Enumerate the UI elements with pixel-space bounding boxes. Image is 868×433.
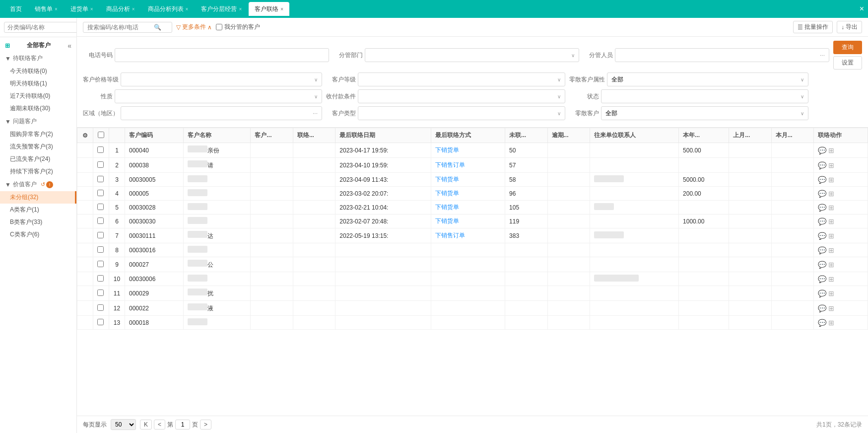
contact-way-link[interactable]: 下销货单: [435, 146, 459, 153]
row-checkbox[interactable]: [97, 217, 104, 224]
grid-action-icon[interactable]: ⊞: [828, 204, 834, 212]
contact-way-link[interactable]: 下销货单: [435, 204, 459, 211]
tab-purchase[interactable]: 进货单 ×: [65, 2, 99, 16]
message-icon[interactable]: 💬: [818, 161, 826, 169]
sidebar-item-today[interactable]: 今天待联络(0): [0, 65, 76, 77]
sidebar-item-overdue[interactable]: 逾期未联络(30): [0, 102, 76, 115]
home-tab[interactable]: 首页: [4, 5, 28, 13]
contact-way-link[interactable]: 下销货单: [435, 190, 459, 197]
more-conditions-button[interactable]: ▽ 更多条件 ∧: [176, 23, 212, 31]
filter-region-select[interactable]: ···: [121, 106, 322, 120]
row-checkbox[interactable]: [97, 319, 104, 325]
tab-sales-close[interactable]: ×: [55, 6, 58, 12]
refresh-value-icon[interactable]: ↺: [41, 181, 45, 188]
grid-action-icon[interactable]: ⊞: [828, 261, 834, 269]
tab-goods-list-close[interactable]: ×: [186, 6, 189, 12]
row-checkbox[interactable]: [97, 275, 104, 282]
tab-customer-contact-close[interactable]: ×: [280, 6, 283, 12]
tab-purchase-close[interactable]: ×: [90, 6, 93, 12]
message-icon[interactable]: 💬: [818, 190, 826, 198]
message-icon[interactable]: 💬: [818, 232, 826, 240]
grid-action-icon[interactable]: ⊞: [828, 275, 834, 283]
sidebar-item-abnormal[interactable]: 囤购异常客户(2): [0, 128, 76, 141]
batch-ops-button[interactable]: ☰ 批量操作: [793, 21, 833, 33]
filter-status-select[interactable]: ∨: [601, 89, 808, 103]
my-customers-checkbox[interactable]: [216, 24, 222, 30]
row-checkbox[interactable]: [97, 190, 104, 196]
message-icon[interactable]: 💬: [818, 261, 826, 269]
search-input[interactable]: [87, 24, 152, 31]
grid-action-icon[interactable]: ⊞: [828, 246, 834, 254]
contact-way-link[interactable]: 下销货单: [435, 176, 459, 183]
reset-button[interactable]: 设置: [833, 56, 862, 70]
filter-retail-select[interactable]: 全部∨: [601, 106, 808, 120]
search-icon[interactable]: 🔍: [154, 24, 161, 31]
grid-action-icon[interactable]: ⊞: [828, 176, 834, 184]
message-icon[interactable]: 💬: [818, 319, 826, 327]
tab-goods-analysis-close[interactable]: ×: [132, 6, 135, 12]
grid-action-icon[interactable]: ⊞: [828, 304, 834, 312]
sidebar-item-week[interactable]: 近7天待联络(0): [0, 90, 76, 102]
filter-nature-select[interactable]: ∨: [115, 89, 322, 103]
sidebar-item-class-a[interactable]: A类客户(1): [0, 204, 76, 216]
row-checkbox[interactable]: [97, 146, 104, 153]
page-size-select[interactable]: 50 100 200: [111, 419, 136, 430]
grid-action-icon[interactable]: ⊞: [828, 190, 834, 198]
sidebar-item-class-b[interactable]: B类客户(33): [0, 216, 76, 228]
grid-action-icon[interactable]: ⊞: [828, 319, 834, 327]
sidebar-group-pending[interactable]: ▼ 待联络客户: [0, 52, 76, 65]
tab-sales[interactable]: 销售单 ×: [29, 2, 64, 16]
row-checkbox[interactable]: [97, 161, 104, 168]
sidebar-item-churned[interactable]: 已流失客户(24): [0, 153, 76, 165]
row-checkbox[interactable]: [97, 232, 104, 238]
filter-customer-level-select[interactable]: ∨: [358, 72, 565, 86]
tab-customer-segment[interactable]: 客户分层经营 ×: [195, 2, 248, 16]
row-checkbox[interactable]: [97, 204, 104, 210]
row-checkbox[interactable]: [97, 304, 104, 311]
tab-goods-analysis[interactable]: 商品分析 ×: [100, 2, 141, 16]
export-button[interactable]: ↓ 导出: [837, 21, 862, 33]
sidebar-item-class-c[interactable]: C类客户(6): [0, 228, 76, 241]
contact-way-link[interactable]: 下销售订单: [435, 161, 465, 168]
contact-way-link[interactable]: 下销货单: [435, 217, 459, 224]
sidebar-item-churn-warn[interactable]: 流失预警客户(3): [0, 141, 76, 153]
message-icon[interactable]: 💬: [818, 304, 826, 312]
row-checkbox[interactable]: [97, 176, 104, 182]
tab-customer-contact[interactable]: 客户联络 ×: [249, 2, 289, 16]
page-number-input[interactable]: [175, 420, 190, 430]
sidebar-group-value[interactable]: ▼ 价值客户 ↺ !: [0, 178, 76, 191]
all-customers-label[interactable]: 全部客户: [27, 41, 51, 50]
message-icon[interactable]: 💬: [818, 217, 826, 225]
filter-person-select[interactable]: ···: [615, 48, 829, 62]
sidebar-group-problem[interactable]: ▼ 问题客户: [0, 115, 76, 128]
next-page-button[interactable]: >: [200, 420, 211, 430]
sidebar-item-declining[interactable]: 持续下滑客户(2): [0, 165, 76, 178]
message-icon[interactable]: 💬: [818, 289, 826, 297]
message-icon[interactable]: 💬: [818, 176, 826, 184]
grid-action-icon[interactable]: ⊞: [828, 289, 834, 297]
prev-page-button[interactable]: <: [154, 420, 165, 430]
grid-action-icon[interactable]: ⊞: [828, 161, 834, 169]
row-checkbox[interactable]: [97, 246, 104, 253]
message-icon[interactable]: 💬: [818, 146, 826, 154]
filter-customer-type-select[interactable]: ∨: [358, 106, 565, 120]
th-settings[interactable]: ⚙: [77, 128, 93, 143]
row-checkbox[interactable]: [97, 289, 104, 296]
filter-retail-attr-select[interactable]: 全部∨: [607, 72, 808, 86]
filter-dept-select[interactable]: ∨: [365, 48, 579, 62]
message-icon[interactable]: 💬: [818, 246, 826, 254]
grid-action-icon[interactable]: ⊞: [828, 232, 834, 240]
contact-way-link[interactable]: 下销售订单: [435, 232, 465, 239]
sidebar-item-ungroup[interactable]: 未分组(32): [0, 191, 76, 204]
grid-action-icon[interactable]: ⊞: [828, 217, 834, 225]
row-checkbox[interactable]: [97, 261, 104, 267]
tab-goods-list[interactable]: 商品分析列表 ×: [142, 2, 195, 16]
window-close-button[interactable]: ×: [860, 4, 864, 13]
query-button[interactable]: 查询: [833, 41, 862, 54]
message-icon[interactable]: 💬: [818, 275, 826, 283]
tab-customer-segment-close[interactable]: ×: [239, 6, 242, 12]
sidebar-item-tomorrow[interactable]: 明天待联络(1): [0, 77, 76, 90]
message-icon[interactable]: 💬: [818, 204, 826, 212]
filter-payment-select[interactable]: ∨: [358, 89, 565, 103]
grid-action-icon[interactable]: ⊞: [828, 146, 834, 154]
